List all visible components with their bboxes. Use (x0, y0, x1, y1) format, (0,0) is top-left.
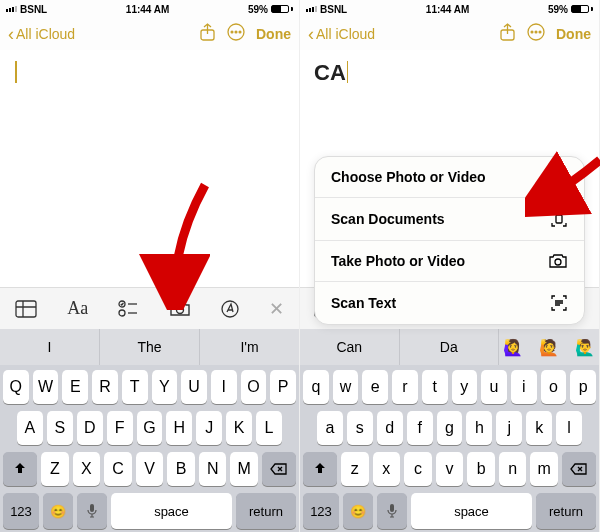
share-icon[interactable] (199, 23, 216, 46)
key-l[interactable]: l (556, 411, 582, 445)
svg-point-19 (555, 259, 561, 265)
space-key[interactable]: space (411, 493, 532, 529)
done-button[interactable]: Done (256, 26, 291, 42)
emoji-key[interactable]: 😊 (43, 493, 73, 529)
key-b[interactable]: b (467, 452, 495, 486)
key-g[interactable]: G (137, 411, 163, 445)
key-d[interactable]: D (77, 411, 103, 445)
key-j[interactable]: J (196, 411, 222, 445)
back-button[interactable]: ‹ All iCloud (308, 25, 375, 43)
popover-scan-documents[interactable]: Scan Documents (315, 198, 584, 241)
key-y[interactable]: y (452, 370, 478, 404)
key-v[interactable]: v (436, 452, 464, 486)
key-u[interactable]: u (481, 370, 507, 404)
key-b[interactable]: B (167, 452, 195, 486)
num-key[interactable]: 123 (3, 493, 39, 529)
key-a[interactable]: a (317, 411, 343, 445)
key-h[interactable]: H (166, 411, 192, 445)
key-k[interactable]: k (526, 411, 552, 445)
battery-icon (271, 5, 293, 13)
text-scan-icon (550, 294, 568, 312)
key-e[interactable]: E (62, 370, 88, 404)
key-n[interactable]: N (199, 452, 227, 486)
key-p[interactable]: P (270, 370, 296, 404)
key-p[interactable]: p (570, 370, 596, 404)
key-k[interactable]: K (226, 411, 252, 445)
backspace-key[interactable] (562, 452, 596, 486)
key-c[interactable]: C (104, 452, 132, 486)
suggestion-2[interactable]: The (100, 329, 200, 365)
key-h[interactable]: h (466, 411, 492, 445)
key-x[interactable]: X (73, 452, 101, 486)
note-body[interactable]: CA Choose Photo or Video Scan Documents … (300, 50, 599, 287)
more-icon[interactable] (526, 22, 546, 46)
shift-key[interactable] (303, 452, 337, 486)
key-l[interactable]: L (256, 411, 282, 445)
mic-key[interactable] (377, 493, 407, 529)
return-key[interactable]: return (536, 493, 596, 529)
key-y[interactable]: Y (152, 370, 178, 404)
chevron-left-icon: ‹ (308, 25, 314, 43)
key-a[interactable]: A (17, 411, 43, 445)
suggestion-1[interactable]: Can (300, 329, 400, 365)
done-button[interactable]: Done (556, 26, 591, 42)
popover-choose-photo[interactable]: Choose Photo or Video (315, 157, 584, 198)
checklist-icon[interactable] (118, 300, 138, 318)
share-icon[interactable] (499, 23, 516, 46)
key-z[interactable]: z (341, 452, 369, 486)
key-v[interactable]: V (136, 452, 164, 486)
suggestion-emoji[interactable]: 🙋‍♀️🙋🙋‍♂️ (499, 329, 599, 365)
backspace-key[interactable] (262, 452, 296, 486)
suggestion-1[interactable]: I (0, 329, 100, 365)
camera-button[interactable] (169, 300, 191, 318)
key-d[interactable]: d (377, 411, 403, 445)
emoji-key[interactable]: 😊 (343, 493, 373, 529)
return-key[interactable]: return (236, 493, 296, 529)
key-i[interactable]: I (211, 370, 237, 404)
back-label: All iCloud (16, 26, 75, 42)
text-format-button[interactable]: Aa (67, 298, 88, 319)
key-o[interactable]: o (541, 370, 567, 404)
key-e[interactable]: e (362, 370, 388, 404)
key-s[interactable]: s (347, 411, 373, 445)
key-n[interactable]: n (499, 452, 527, 486)
phone-left: BSNL 11:44 AM 59% ‹ All iCloud Done Aa (0, 0, 300, 532)
key-m[interactable]: M (230, 452, 258, 486)
key-f[interactable]: F (107, 411, 133, 445)
mic-key[interactable] (77, 493, 107, 529)
suggestion-3[interactable]: I'm (200, 329, 299, 365)
key-t[interactable]: T (122, 370, 148, 404)
table-icon[interactable] (15, 300, 37, 318)
back-button[interactable]: ‹ All iCloud (8, 25, 75, 43)
note-body[interactable] (0, 50, 299, 287)
space-key[interactable]: space (111, 493, 232, 529)
key-j[interactable]: j (496, 411, 522, 445)
key-w[interactable]: w (333, 370, 359, 404)
key-r[interactable]: R (92, 370, 118, 404)
key-q[interactable]: q (303, 370, 329, 404)
key-g[interactable]: g (437, 411, 463, 445)
close-toolbar-icon[interactable]: ✕ (269, 298, 284, 320)
key-q[interactable]: Q (3, 370, 29, 404)
popover-take-photo[interactable]: Take Photo or Video (315, 241, 584, 282)
key-r[interactable]: r (392, 370, 418, 404)
num-key[interactable]: 123 (303, 493, 339, 529)
shift-key[interactable] (3, 452, 37, 486)
key-m[interactable]: m (530, 452, 558, 486)
key-i[interactable]: i (511, 370, 537, 404)
popover-scan-text[interactable]: Scan Text (315, 282, 584, 324)
svg-rect-18 (556, 215, 562, 223)
key-c[interactable]: c (404, 452, 432, 486)
key-x[interactable]: x (373, 452, 401, 486)
markup-icon[interactable] (221, 300, 239, 318)
key-f[interactable]: f (407, 411, 433, 445)
suggestion-bar: I The I'm (0, 329, 299, 365)
key-u[interactable]: U (181, 370, 207, 404)
suggestion-2[interactable]: Da (400, 329, 500, 365)
key-o[interactable]: O (241, 370, 267, 404)
key-w[interactable]: W (33, 370, 59, 404)
more-icon[interactable] (226, 22, 246, 46)
key-z[interactable]: Z (41, 452, 69, 486)
key-t[interactable]: t (422, 370, 448, 404)
key-s[interactable]: S (47, 411, 73, 445)
